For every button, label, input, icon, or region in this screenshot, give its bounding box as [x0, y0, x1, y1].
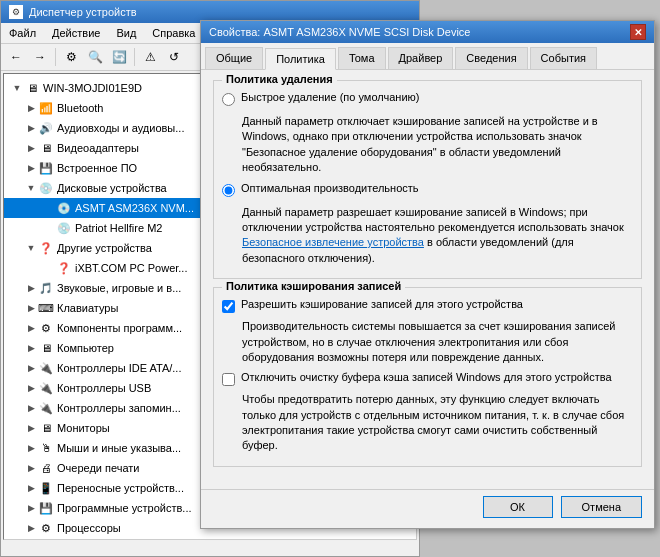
dm-title-text: Диспетчер устройств [29, 6, 137, 18]
disks-expander[interactable]: ▼ [24, 181, 38, 195]
other-expander[interactable]: ▼ [24, 241, 38, 255]
portable-expander[interactable]: ▶ [24, 481, 38, 495]
firmware-icon: 💾 [38, 160, 54, 176]
software-expander[interactable]: ▶ [24, 501, 38, 515]
ixbt-label: iXBT.COM PC Power... [75, 262, 187, 274]
patriot-expander [42, 221, 56, 235]
video-label: Видеоадаптеры [57, 142, 139, 154]
optimal-performance-label: Оптимальная производительность [241, 182, 419, 194]
bluetooth-label: Bluetooth [57, 102, 103, 114]
safe-eject-link[interactable]: Безопасное извлечение устройства [242, 236, 424, 248]
ide-icon: 🔌 [38, 360, 54, 376]
storage-icon: 🔌 [38, 400, 54, 416]
monitors-expander[interactable]: ▶ [24, 421, 38, 435]
menu-action[interactable]: Действие [48, 25, 104, 41]
monitors-icon: 🖥 [38, 420, 54, 436]
tab-details[interactable]: Сведения [455, 47, 527, 69]
keyboard-expander[interactable]: ▶ [24, 301, 38, 315]
quick-removal-desc: Данный параметр отключает кэширование за… [242, 114, 633, 176]
bluetooth-icon: 📶 [38, 100, 54, 116]
ide-label: Контроллеры IDE ATA/... [57, 362, 181, 374]
computer-expander[interactable]: ▶ [24, 341, 38, 355]
optimal-performance-radio[interactable] [222, 184, 235, 197]
write-cache-flush-checkbox[interactable] [222, 373, 235, 386]
patriot-label: Patriot Hellfire M2 [75, 222, 162, 234]
menu-file[interactable]: Файл [5, 25, 40, 41]
menu-help[interactable]: Справка [148, 25, 199, 41]
tab-driver[interactable]: Драйвер [388, 47, 454, 69]
ixbt-icon: ❓ [56, 260, 72, 276]
print-expander[interactable]: ▶ [24, 461, 38, 475]
dialog-close-button[interactable]: ✕ [630, 24, 646, 40]
tab-policy[interactable]: Политика [265, 48, 336, 70]
video-icon: 🖥 [38, 140, 54, 156]
print-icon: 🖨 [38, 460, 54, 476]
tab-events[interactable]: События [530, 47, 597, 69]
toolbar-back[interactable]: ← [5, 46, 27, 68]
components-expander[interactable]: ▶ [24, 321, 38, 335]
audio-expander[interactable]: ▶ [24, 121, 38, 135]
removal-policy-content: Быстрое удаление (по умолчанию) Данный п… [222, 91, 633, 266]
write-cache-enable-desc: Производительность системы повышается за… [242, 319, 633, 365]
write-cache-flush-option: Отключить очистку буфера кэша записей Wi… [222, 371, 633, 386]
tab-general[interactable]: Общие [205, 47, 263, 69]
processors-expander[interactable]: ▶ [24, 521, 38, 535]
write-cache-flush-label: Отключить очистку буфера кэша записей Wi… [241, 371, 612, 383]
mice-icon: 🖱 [38, 440, 54, 456]
write-cache-flush-desc: Чтобы предотвратить потерю данных, эту ф… [242, 392, 633, 454]
portable-icon: 📱 [38, 480, 54, 496]
usb-icon: 🔌 [38, 380, 54, 396]
menu-view[interactable]: Вид [112, 25, 140, 41]
write-cache-enable-option: Разрешить кэширование записей для этого … [222, 298, 633, 313]
computer-node-icon: 🖥 [38, 340, 54, 356]
root-expander[interactable]: ▼ [10, 81, 24, 95]
audio-icon: 🔊 [38, 120, 54, 136]
keyboard-label: Клавиатуры [57, 302, 118, 314]
usb-label: Контроллеры USB [57, 382, 151, 394]
dm-title-icon: ⚙ [9, 5, 23, 19]
sound-expander[interactable]: ▶ [24, 281, 38, 295]
toolbar-refresh[interactable]: ↺ [163, 46, 185, 68]
disks-label: Дисковые устройства [57, 182, 167, 194]
ide-expander[interactable]: ▶ [24, 361, 38, 375]
quick-removal-radio[interactable] [222, 93, 235, 106]
tree-item-network[interactable]: ▶ 🌐 Сетевые адаптеры [4, 538, 416, 540]
quick-removal-label: Быстрое удаление (по умолчанию) [241, 91, 419, 103]
dialog-title-text: Свойства: ASMT ASM236X NVME SCSI Disk De… [209, 26, 470, 38]
computer-icon: 🖥 [24, 80, 40, 96]
cancel-button[interactable]: Отмена [561, 496, 642, 518]
other-icon: ❓ [38, 240, 54, 256]
dialog-content: Политика удаления Быстрое удаление (по у… [201, 70, 654, 485]
ok-button[interactable]: ОК [483, 496, 553, 518]
mice-label: Мыши и иные указыва... [57, 442, 181, 454]
tab-volumes[interactable]: Тома [338, 47, 386, 69]
write-cache-enable-checkbox[interactable] [222, 300, 235, 313]
mice-expander[interactable]: ▶ [24, 441, 38, 455]
toolbar-warn[interactable]: ⚠ [139, 46, 161, 68]
removal-policy-title: Политика удаления [222, 73, 337, 85]
firmware-label: Встроенное ПО [57, 162, 137, 174]
firmware-expander[interactable]: ▶ [24, 161, 38, 175]
toolbar-scan[interactable]: 🔄 [108, 46, 130, 68]
software-icon: 💾 [38, 500, 54, 516]
toolbar-properties[interactable]: ⚙ [60, 46, 82, 68]
portable-label: Переносные устройств... [57, 482, 184, 494]
optimal-desc-text1: Данный параметр разрешает кэширование за… [242, 206, 624, 233]
bluetooth-expander[interactable]: ▶ [24, 101, 38, 115]
processors-icon: ⚙ [38, 520, 54, 536]
toolbar-search[interactable]: 🔍 [84, 46, 106, 68]
storage-expander[interactable]: ▶ [24, 401, 38, 415]
root-label: WIN-3MOJDI01E9D [43, 82, 142, 94]
video-expander[interactable]: ▶ [24, 141, 38, 155]
toolbar-forward[interactable]: → [29, 46, 51, 68]
processors-label: Процессоры [57, 522, 121, 534]
quick-removal-option: Быстрое удаление (по умолчанию) [222, 91, 633, 106]
print-label: Очереди печати [57, 462, 140, 474]
keyboard-icon: ⌨ [38, 300, 54, 316]
storage-label: Контроллеры запомин... [57, 402, 181, 414]
write-cache-title: Политика кэширования записей [222, 280, 405, 292]
computer-node-label: Компьютер [57, 342, 114, 354]
toolbar-sep1 [55, 48, 56, 66]
optimal-performance-option: Оптимальная производительность [222, 182, 633, 197]
usb-expander[interactable]: ▶ [24, 381, 38, 395]
